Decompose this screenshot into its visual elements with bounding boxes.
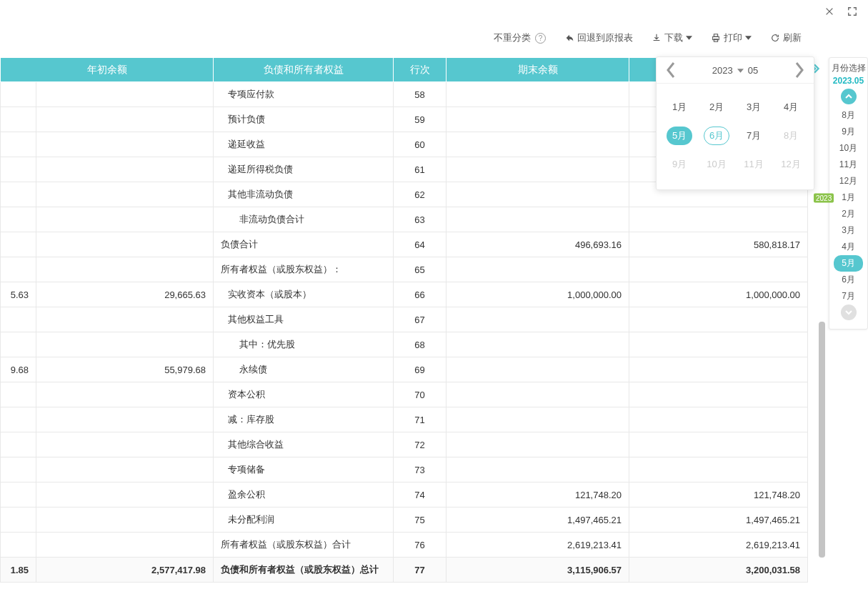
- row-amount: [1, 182, 36, 207]
- row-amount: [1, 132, 36, 157]
- month-panel-up-button[interactable]: [841, 89, 857, 104]
- row-number: 73: [394, 457, 447, 482]
- row-label: 负债和所有者权益（或股东权益）总计: [214, 558, 394, 583]
- row-amount: [36, 407, 214, 432]
- row-label: 其中：优先股: [214, 332, 394, 357]
- month-panel-item[interactable]: 8月: [829, 107, 867, 124]
- row-amount: [447, 407, 629, 432]
- row-label: 专项储备: [214, 457, 394, 482]
- row-number: 60: [394, 132, 447, 157]
- refresh-label: 刷新: [783, 31, 802, 44]
- row-label: 实收资本（或股本）: [214, 282, 394, 307]
- th-row-no: 行次: [394, 58, 447, 82]
- print-icon: [711, 33, 721, 43]
- row-amount: [629, 432, 808, 457]
- print-button[interactable]: 打印: [711, 31, 752, 44]
- table-row: 减：库存股71: [1, 407, 808, 432]
- row-amount: 580,818.17: [629, 232, 808, 257]
- row-amount: [36, 82, 214, 107]
- month-panel: 月份选择 2023.05 8月9月10月11月12月1月20232月3月4月5月…: [829, 57, 868, 330]
- prev-year-button[interactable]: [664, 63, 678, 77]
- refresh-button[interactable]: 刷新: [770, 31, 802, 44]
- row-amount: [447, 357, 629, 382]
- month-panel-item[interactable]: 10月: [829, 140, 867, 157]
- row-amount: [629, 407, 808, 432]
- table-row: 其他综合收益72: [1, 432, 808, 457]
- th-period-end: 期末余额: [447, 58, 629, 82]
- row-amount: [1, 257, 36, 282]
- row-amount: 2,619,213.41: [629, 533, 808, 558]
- row-number: 63: [394, 207, 447, 232]
- row-amount: 2,619,213.41: [447, 533, 629, 558]
- month-panel-item[interactable]: 9月: [829, 124, 867, 140]
- row-amount: [629, 257, 808, 282]
- popup-month-cell[interactable]: 2月: [698, 101, 735, 114]
- row-amount: [629, 307, 808, 332]
- row-amount: [447, 107, 629, 132]
- row-amount: [447, 382, 629, 407]
- row-label: 其他权益工具: [214, 307, 394, 332]
- row-number: 76: [394, 533, 447, 558]
- month-panel-item[interactable]: 6月: [829, 272, 867, 288]
- popup-month-cell[interactable]: 1月: [661, 101, 698, 114]
- month-panel-item[interactable]: 5月: [834, 255, 863, 272]
- row-number: 59: [394, 107, 447, 132]
- row-amount: 3,200,031.58: [629, 558, 808, 583]
- row-amount: [36, 132, 214, 157]
- popup-month-cell[interactable]: 6月: [704, 127, 729, 145]
- month-panel-item[interactable]: 7月: [829, 288, 867, 305]
- th-liab-equity: 负债和所有者权益: [214, 58, 394, 82]
- row-amount: [1, 533, 36, 558]
- row-amount: [36, 307, 214, 332]
- row-amount: [629, 332, 808, 357]
- month-panel-item[interactable]: 11月: [829, 157, 867, 173]
- row-amount: [447, 157, 629, 182]
- no-reclass-toggle[interactable]: 不重分类 ?: [494, 31, 546, 44]
- row-number: 65: [394, 257, 447, 282]
- popup-month-cell: 9月: [661, 158, 698, 171]
- row-amount: [1, 232, 36, 257]
- row-number: 66: [394, 282, 447, 307]
- month-panel-item[interactable]: 4月: [829, 239, 867, 255]
- popup-month-cell[interactable]: 3月: [735, 101, 772, 114]
- table-row: 所有者权益（或股东权益）合计762,619,213.412,619,213.41: [1, 533, 808, 558]
- table-row: 非流动负债合计63: [1, 207, 808, 232]
- row-label: 预计负债: [214, 107, 394, 132]
- table-row: 专项储备73: [1, 457, 808, 482]
- row-amount: 1,497,465.21: [629, 508, 808, 533]
- row-amount: 3,115,906.57: [447, 558, 629, 583]
- row-amount: [36, 332, 214, 357]
- month-panel-item[interactable]: 12月: [829, 173, 867, 189]
- month-panel-item[interactable]: 2月: [829, 206, 867, 222]
- chevron-down-icon: [745, 36, 752, 40]
- download-button[interactable]: 下载: [652, 31, 692, 44]
- popup-month-cell[interactable]: 7月: [735, 129, 772, 142]
- table-row: 1.852,577,417.98负债和所有者权益（或股东权益）总计773,115…: [1, 558, 808, 583]
- row-amount: 121,748.20: [447, 482, 629, 508]
- revert-button[interactable]: 回退到原报表: [564, 31, 633, 44]
- close-icon[interactable]: [821, 3, 838, 20]
- fullscreen-icon[interactable]: [844, 3, 861, 20]
- row-amount: [36, 432, 214, 457]
- next-year-button[interactable]: [792, 63, 807, 77]
- row-amount: [629, 207, 808, 232]
- month-panel-down-button[interactable]: [841, 305, 857, 320]
- row-amount: [36, 533, 214, 558]
- popup-month-cell[interactable]: 5月: [667, 127, 692, 145]
- row-amount: [36, 257, 214, 282]
- popup-month-cell: 10月: [698, 158, 735, 171]
- month-panel-item[interactable]: 3月: [829, 222, 867, 239]
- row-label: 递延收益: [214, 132, 394, 157]
- svg-rect-1: [714, 34, 717, 37]
- row-amount: 1,497,465.21: [447, 508, 629, 533]
- row-amount: [1, 508, 36, 533]
- row-amount: [36, 457, 214, 482]
- year-month-title[interactable]: 2023 05: [712, 65, 758, 76]
- table-row: 其他权益工具67: [1, 307, 808, 332]
- row-amount: [447, 332, 629, 357]
- month-panel-item[interactable]: 1月2023: [829, 189, 867, 206]
- popup-month-cell[interactable]: 4月: [772, 101, 809, 114]
- row-number: 68: [394, 332, 447, 357]
- row-amount: [1, 332, 36, 357]
- vertical-scrollbar[interactable]: [819, 322, 825, 558]
